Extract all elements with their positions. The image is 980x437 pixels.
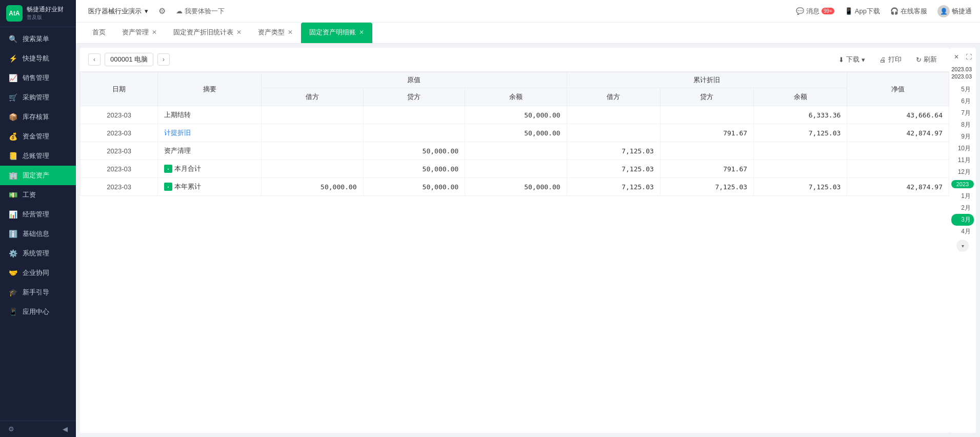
- cell-lj-credit: 791.67: [660, 160, 753, 178]
- cell-date: 2023-03: [81, 124, 158, 142]
- download-button[interactable]: ⬇ 下载 ▾: [834, 53, 869, 66]
- col-leiji-credit: 贷方: [660, 88, 753, 106]
- tab-label: 固定资产明细账: [309, 28, 356, 37]
- sidebar-bottom: ⚙ ◀: [0, 421, 76, 437]
- company-selector[interactable]: 医疗器械行业演示 ▾: [84, 5, 152, 18]
- col-yuanzhi-debit: 借方: [262, 88, 364, 106]
- sidebar-item-operations[interactable]: 📊经营管理: [0, 205, 76, 224]
- sidebar-item-purchase[interactable]: 🛒采购管理: [0, 88, 76, 107]
- sidebar-label: 资金管理: [23, 132, 49, 141]
- settings-icon[interactable]: ⚙: [8, 425, 14, 433]
- cell-yz-credit: [363, 106, 465, 124]
- sidebar-item-funds[interactable]: 💰资金管理: [0, 127, 76, 146]
- sidebar-item-newbie[interactable]: 🎓新手引导: [0, 283, 76, 302]
- basicinfo-icon: ℹ️: [8, 229, 17, 239]
- user-action[interactable]: 👤 畅捷通: [937, 5, 972, 17]
- sidebar-item-sysmanage[interactable]: ⚙️系统管理: [0, 244, 76, 263]
- tab-close-assettype[interactable]: ✕: [288, 29, 293, 36]
- sidebar-item-appcenter[interactable]: 📱应用中心: [0, 302, 76, 322]
- sidebar-logo: AtA 畅捷通好业财 普及版: [0, 0, 76, 27]
- cell-yz-debit: [262, 124, 364, 142]
- month-8[interactable]: 8月: [951, 119, 974, 131]
- tab-close-depreciation[interactable]: ✕: [236, 29, 242, 36]
- experience-button[interactable]: ☁ 我要体验一下: [172, 5, 229, 18]
- year-header-2: 2023.03: [951, 73, 974, 80]
- chevron-down-icon: ▾: [145, 7, 148, 15]
- month-5[interactable]: 5月: [951, 84, 974, 95]
- prev-asset-button[interactable]: ‹: [88, 53, 101, 66]
- sidebar-nav: 🔍搜索菜单⚡快捷导航📈销售管理🛒采购管理📦库存核算💰资金管理📒总账管理🏢固定资产…: [0, 27, 76, 421]
- cell-net-value: 42,874.97: [847, 124, 949, 142]
- sidebar-item-search[interactable]: 🔍搜索菜单: [0, 29, 76, 49]
- cell-yz-credit: [363, 124, 465, 142]
- month-11[interactable]: 11月: [951, 154, 974, 166]
- current-year-badge: 2023: [951, 180, 974, 188]
- topbar-right: 💬 消息 99+ 📱 App下载 🎧 在线客服 👤 畅捷通: [796, 5, 972, 17]
- appdownload-action[interactable]: 📱 App下载: [845, 7, 880, 16]
- sidebar-label: 采购管理: [23, 93, 49, 102]
- cell-lj-balance: 7,125.03: [754, 178, 847, 196]
- support-action[interactable]: 🎧 在线客服: [890, 7, 927, 16]
- month-10[interactable]: 10月: [951, 143, 974, 154]
- close-panel-icon[interactable]: ✕: [951, 52, 962, 62]
- sales-icon: 📈: [8, 73, 17, 83]
- refresh-button[interactable]: ↻ 刷新: [912, 53, 941, 66]
- month-9[interactable]: 9月: [951, 131, 974, 143]
- tab-close-assetledger[interactable]: ✕: [359, 29, 364, 36]
- payroll-icon: 💵: [8, 190, 17, 200]
- topbar: 医疗器械行业演示 ▾ ⚙ ☁ 我要体验一下 💬 消息 99+ 📱 App下载 🎧…: [76, 0, 980, 23]
- sidebar-label: 基础信息: [23, 229, 49, 239]
- sidebar-label: 销售管理: [23, 73, 49, 83]
- cell-net-value: 43,666.64: [847, 106, 949, 124]
- table-row: 2023-03 ▪ 本月合计 50,000.00 7,125.03 791.67: [81, 160, 949, 178]
- cell-lj-debit: 7,125.03: [567, 160, 660, 178]
- cell-summary: 上期结转: [158, 106, 262, 124]
- tab-assetmanage[interactable]: 资产管理✕: [114, 23, 165, 43]
- sidebar-label: 总账管理: [23, 151, 49, 161]
- cell-lj-credit: [660, 106, 753, 124]
- sidebar-item-basicinfo[interactable]: ℹ️基础信息: [0, 224, 76, 244]
- collapse-icon[interactable]: ◀: [63, 425, 68, 433]
- right-sidebar-nav-down[interactable]: ▾: [956, 240, 969, 252]
- month-2[interactable]: 2月: [951, 202, 974, 214]
- next-asset-button[interactable]: ›: [157, 53, 170, 66]
- month-1[interactable]: 1月: [951, 190, 974, 202]
- cell-lj-credit: 791.67: [660, 124, 753, 142]
- cell-yz-debit: [262, 142, 364, 160]
- cell-summary[interactable]: 计提折旧: [158, 124, 262, 142]
- sidebar-item-inventory[interactable]: 📦库存核算: [0, 107, 76, 127]
- table-row: 2023-03 上期结转 50,000.00 6,333.36 43,666.6…: [81, 106, 949, 124]
- month-6[interactable]: 6月: [951, 95, 974, 107]
- main-area: 医疗器械行业演示 ▾ ⚙ ☁ 我要体验一下 💬 消息 99+ 📱 App下载 🎧…: [76, 0, 980, 437]
- month-3-active[interactable]: 3月: [951, 214, 974, 226]
- tab-assettype[interactable]: 资产类型✕: [250, 23, 301, 43]
- asset-nav: ‹ 000001 电脑 ›: [88, 53, 170, 66]
- headset-icon: 🎧: [890, 7, 898, 15]
- month-12[interactable]: 12月: [951, 166, 974, 178]
- cell-net-value: [847, 142, 949, 160]
- sidebar-item-ledger[interactable]: 📒总账管理: [0, 146, 76, 166]
- sidebar-item-fixedassets[interactable]: 🏢固定资产: [0, 166, 76, 185]
- cloud-icon: ☁: [176, 7, 183, 15]
- sidebar-item-sales[interactable]: 📈销售管理: [0, 68, 76, 88]
- messages-action[interactable]: 💬 消息 99+: [796, 7, 834, 16]
- month-4[interactable]: 4月: [951, 226, 974, 237]
- table-row: 2023-03 资产清理 50,000.00 7,125.03: [81, 142, 949, 160]
- tab-assetledger[interactable]: 固定资产明细账✕: [301, 23, 372, 43]
- expand-panel-icon[interactable]: ⛶: [964, 52, 974, 62]
- tab-home[interactable]: 首页: [84, 23, 114, 43]
- tab-label: 固定资产折旧统计表: [173, 28, 233, 37]
- sidebar-item-collab[interactable]: 🤝企业协同: [0, 263, 76, 283]
- print-button[interactable]: 🖨 打印: [875, 53, 906, 66]
- table-wrapper: 日期 摘要 原值 累计折旧 净值 借方 贷方 余额 借方 贷方 余额: [80, 72, 949, 433]
- month-7[interactable]: 7月: [951, 107, 974, 119]
- col-group-yuanzhi: 原值: [262, 72, 567, 88]
- tab-depreciation[interactable]: 固定资产折旧统计表✕: [165, 23, 250, 43]
- cell-yz-balance: 50,000.00: [465, 106, 567, 124]
- sidebar-item-payroll[interactable]: 💵工资: [0, 185, 76, 205]
- operations-icon: 📊: [8, 210, 17, 219]
- cell-lj-balance: [754, 142, 847, 160]
- sidebar-item-quicknav[interactable]: ⚡快捷导航: [0, 49, 76, 68]
- tab-close-assetmanage[interactable]: ✕: [152, 29, 157, 36]
- topbar-settings-icon[interactable]: ⚙: [158, 6, 166, 16]
